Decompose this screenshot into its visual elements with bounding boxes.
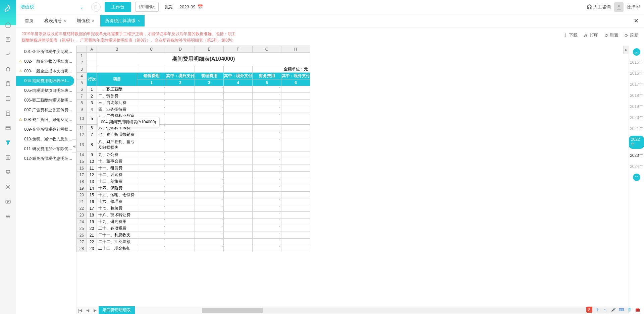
data-cell[interactable] [224, 125, 253, 131]
money-bag-icon[interactable] [4, 65, 12, 73]
data-cell[interactable]: * [195, 205, 224, 212]
data-cell[interactable]: * [253, 125, 281, 131]
data-cell[interactable]: * [253, 106, 281, 113]
data-cell[interactable] [281, 225, 310, 232]
data-cell[interactable] [166, 100, 195, 106]
year-item[interactable]: 2022年 [629, 136, 644, 149]
row-header[interactable]: 25 [77, 225, 87, 232]
data-cell[interactable] [281, 205, 310, 212]
data-cell[interactable]: * [195, 178, 224, 185]
data-cell[interactable] [166, 106, 195, 113]
data-cell[interactable] [281, 158, 310, 165]
data-cell[interactable]: * [137, 198, 166, 205]
data-cell[interactable]: * [137, 225, 166, 232]
data-cell[interactable]: * [195, 151, 224, 158]
tree-item[interactable]: 005-纳税调整项目明细表(A1... [16, 86, 76, 96]
data-cell[interactable]: * [137, 172, 166, 178]
tab-close-icon[interactable]: × [64, 18, 66, 23]
data-cell[interactable]: * [137, 185, 166, 192]
tree-item[interactable]: 012-减免所得税优惠明细表(... [16, 154, 76, 164]
data-cell[interactable]: * [195, 100, 224, 106]
data-cell[interactable]: * [253, 100, 281, 106]
data-cell[interactable]: * [137, 100, 166, 106]
switch-old-button[interactable]: 切到旧版 [135, 2, 159, 12]
data-cell[interactable]: * [253, 239, 281, 245]
data-cell[interactable] [281, 113, 310, 125]
data-cell[interactable]: * [253, 185, 281, 192]
data-cell[interactable] [166, 158, 195, 165]
data-cell[interactable]: * [195, 86, 224, 93]
row-header[interactable]: 5 [77, 79, 87, 86]
ime-keyboard-icon[interactable]: ⌨ [619, 307, 625, 313]
data-cell[interactable]: * [253, 212, 281, 218]
data-cell[interactable] [166, 93, 195, 100]
collapse-tree-handle[interactable]: ◀ [72, 139, 76, 153]
tab-首页[interactable]: 首页 [20, 15, 38, 26]
data-cell[interactable]: * [253, 165, 281, 172]
tab-close-icon[interactable]: × [138, 18, 140, 23]
data-cell[interactable] [281, 172, 310, 178]
row-header[interactable]: 7 [77, 93, 87, 100]
data-cell[interactable]: * [137, 212, 166, 218]
year-item[interactable]: 2017年 [630, 80, 643, 89]
data-cell[interactable] [166, 125, 195, 131]
data-cell[interactable]: * [137, 245, 166, 252]
sheet-nav-next[interactable]: ▶ [91, 308, 99, 313]
data-cell[interactable]: * [253, 151, 281, 158]
data-cell[interactable]: * [195, 245, 224, 252]
data-cell[interactable]: * [195, 232, 224, 239]
row-header[interactable]: 27 [77, 239, 87, 245]
year-item[interactable]: 2016年 [630, 69, 643, 78]
data-cell[interactable] [166, 205, 195, 212]
data-cell[interactable] [224, 198, 253, 205]
data-cell[interactable]: * [195, 93, 224, 100]
tree-item[interactable]: ⚠002-一般企业收入明细表(A1... [16, 57, 76, 66]
data-cell[interactable] [224, 131, 253, 138]
data-cell[interactable] [281, 232, 310, 239]
data-cell[interactable]: * [195, 192, 224, 198]
data-cell[interactable]: * [137, 218, 166, 225]
data-cell[interactable] [224, 185, 253, 192]
data-cell[interactable] [166, 131, 195, 138]
row-header[interactable]: 20 [77, 192, 87, 198]
print-button[interactable]: 🖨打印 [584, 32, 598, 38]
data-cell[interactable] [166, 86, 195, 93]
row-header[interactable]: 10 [77, 113, 87, 125]
data-cell[interactable] [224, 86, 253, 93]
refresh-button[interactable]: ⟳刷新 [625, 32, 639, 38]
data-cell[interactable] [281, 178, 310, 185]
row-header[interactable]: 18 [77, 178, 87, 185]
report-icon[interactable] [4, 95, 12, 103]
data-cell[interactable]: * [195, 172, 224, 178]
tree-item[interactable]: 010-免税、减计收入及加计... [16, 134, 76, 144]
data-cell[interactable] [281, 218, 310, 225]
data-cell[interactable] [281, 245, 310, 252]
data-cell[interactable]: * [137, 86, 166, 93]
tab-增值税[interactable]: 增值税× [72, 15, 99, 26]
data-cell[interactable] [224, 232, 253, 239]
row-header[interactable]: 28 [77, 245, 87, 252]
data-cell[interactable]: * [253, 93, 281, 100]
data-cell[interactable] [166, 232, 195, 239]
data-cell[interactable]: * [253, 178, 281, 185]
data-cell[interactable]: * [195, 113, 224, 125]
tab-close-icon[interactable]: × [92, 18, 94, 23]
data-cell[interactable]: * [137, 192, 166, 198]
data-cell[interactable] [281, 151, 310, 158]
data-cell[interactable] [166, 151, 195, 158]
data-cell[interactable]: * [195, 125, 224, 131]
download-button[interactable]: ⇩下载 [564, 32, 578, 38]
data-cell[interactable]: * [195, 198, 224, 205]
chart-icon[interactable] [4, 50, 12, 58]
sheet-nav-prev[interactable]: ◀ [84, 308, 91, 313]
row-header[interactable]: 15 [77, 158, 87, 165]
ime-punct-icon[interactable]: •, [602, 307, 608, 313]
data-cell[interactable] [224, 192, 253, 198]
year-item[interactable]: 2019年 [630, 103, 643, 111]
year-scroll-down[interactable]: ︾ [633, 174, 640, 181]
tax-type-select[interactable]: 增值税 ⌄ [20, 4, 87, 10]
data-cell[interactable] [166, 165, 195, 172]
ime-mic-icon[interactable]: 🎤 [610, 307, 616, 313]
tree-item[interactable]: 007-广告费和业务宣传费跨... [16, 105, 76, 115]
data-cell[interactable] [224, 225, 253, 232]
